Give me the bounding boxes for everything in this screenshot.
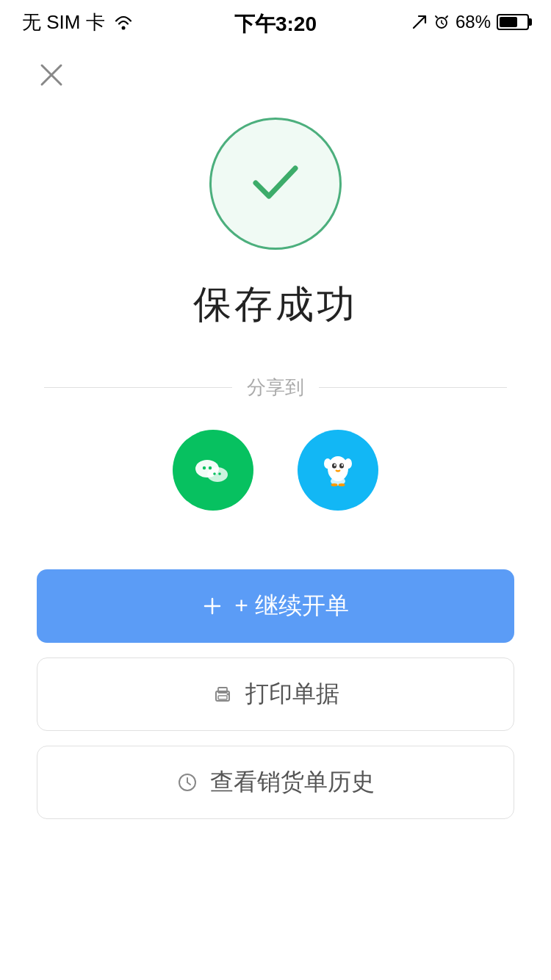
wechat-icon xyxy=(190,447,237,494)
svg-point-8 xyxy=(213,472,216,475)
status-time: 下午3:20 xyxy=(234,10,317,38)
svg-point-9 xyxy=(218,472,221,475)
success-circle xyxy=(209,118,342,250)
share-qq-button[interactable] xyxy=(298,430,378,511)
close-button[interactable] xyxy=(29,53,73,97)
divider-right xyxy=(319,387,507,388)
status-bar: 无 SIM 卡 下午3:20 68% xyxy=(0,0,551,44)
svg-point-15 xyxy=(324,458,331,469)
plus-icon xyxy=(202,596,223,616)
wifi-icon xyxy=(112,13,134,31)
divider-left xyxy=(44,387,232,388)
svg-point-0 xyxy=(121,26,125,30)
svg-point-19 xyxy=(339,483,345,486)
printer-icon xyxy=(212,683,234,705)
continue-label: + 继续开单 xyxy=(234,590,349,622)
history-label: 查看销货单历史 xyxy=(210,766,375,799)
carrier-text: 无 SIM 卡 xyxy=(22,10,105,35)
svg-point-6 xyxy=(203,466,206,469)
svg-point-13 xyxy=(334,464,336,466)
battery-fill xyxy=(500,17,517,27)
status-right: 68% xyxy=(411,12,529,32)
clock-icon xyxy=(176,771,198,793)
svg-point-16 xyxy=(345,458,352,469)
share-divider: 分享到 xyxy=(0,375,551,400)
share-wechat-button[interactable] xyxy=(173,430,253,511)
close-icon xyxy=(37,61,65,89)
print-button[interactable]: 打印单据 xyxy=(37,657,514,731)
alarm-icon xyxy=(433,14,450,30)
history-button[interactable]: 查看销货单历史 xyxy=(37,746,514,819)
svg-point-7 xyxy=(209,466,212,469)
svg-point-25 xyxy=(227,693,229,696)
main-content: 保存成功 分享到 xyxy=(0,44,551,834)
share-icons-row xyxy=(173,430,378,511)
print-label: 打印单据 xyxy=(245,678,339,710)
status-left: 无 SIM 卡 xyxy=(22,10,134,35)
action-buttons: + 继续开单 打印单据 查看销货单历史 xyxy=(0,569,551,819)
qq-icon xyxy=(314,447,361,494)
share-label: 分享到 xyxy=(232,375,319,400)
continue-button[interactable]: + 继续开单 xyxy=(37,569,514,643)
location-icon xyxy=(411,14,428,30)
svg-point-14 xyxy=(342,464,343,466)
svg-point-18 xyxy=(331,483,338,486)
battery-pct-text: 68% xyxy=(455,12,491,32)
battery-icon xyxy=(497,14,529,30)
success-title: 保存成功 xyxy=(193,279,358,331)
checkmark-icon xyxy=(242,149,309,218)
svg-rect-24 xyxy=(218,696,227,699)
